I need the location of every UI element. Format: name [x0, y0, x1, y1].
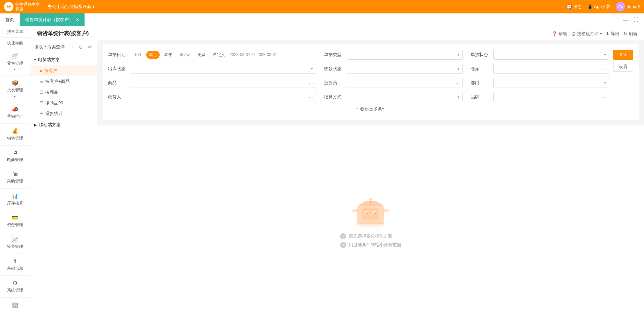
warehouse-dots-icon: ···: [602, 66, 606, 71]
sidebar-item-inventory[interactable]: 📊 库存核算: [0, 189, 30, 210]
scheme-item-by-customer-goods[interactable]: ☰ 按客户+商品: [30, 76, 97, 87]
goods-dots-icon: ···: [309, 80, 313, 86]
date-btn-last-7[interactable]: 近7天: [177, 51, 193, 59]
doc-status-select[interactable]: ▾: [493, 50, 609, 60]
refresh-button[interactable]: ↻ 刷新: [624, 31, 637, 37]
dropdown-arrow-icon[interactable]: ▾: [93, 5, 95, 9]
hint-row-1: ① 请先选择要分析的方案: [340, 233, 401, 239]
brand-filter-cell: 品牌 ···: [471, 92, 609, 102]
recipient-dots-icon: ···: [309, 94, 313, 100]
svg-rect-10: [383, 209, 389, 212]
scheme-add-button[interactable]: ＋: [69, 44, 75, 50]
tab-bar: 首页 销货单统计表（按客户） ✕ — ⛶: [0, 13, 644, 26]
tab-close-icon[interactable]: ✕: [76, 17, 79, 22]
sidebar-item-search[interactable]: 搜索菜单: [0, 26, 30, 38]
scheme-group-mobile-title[interactable]: ▶ 移动端方案: [30, 119, 97, 131]
filter-area: 单据日期 上月 本月 本年 近7天 更多 自定义: [97, 40, 644, 124]
user-menu[interactable]: Ea demo2: [616, 2, 640, 11]
scheme-settings-button[interactable]: ⊙: [77, 44, 84, 50]
recipient-select[interactable]: ···: [131, 92, 316, 102]
tab-sales-stat[interactable]: 销货单统计表（按客户） ✕: [20, 13, 85, 26]
payment-method-select[interactable]: ▾: [347, 92, 463, 102]
top-bar-left: 好 畅捷通好生意 标版 办公用品行业模拟账套 ▾: [4, 2, 95, 12]
scheme-item-by-goods[interactable]: ☰ 按商品: [30, 87, 97, 98]
main-layout: 搜索菜单 快捷导航 🛒 零售管理 ▾ 📦 批发管理 ▴ 📣 营销推广 💰 销售管…: [0, 26, 644, 310]
filter-content-wrap: 单据日期 上月 本月 本年 近7天 更多 自定义: [108, 50, 633, 103]
date-btn-custom[interactable]: 自定义: [210, 51, 228, 59]
sidebar-item-operations[interactable]: 📈 经营管理: [0, 232, 30, 254]
scheme-group-desktop-title[interactable]: ▾ 电脑端方案: [30, 54, 97, 65]
empty-illustration: [347, 188, 394, 228]
payment-status-select[interactable]: ▾: [347, 64, 463, 74]
sidebar-item-wholesale[interactable]: 📦 批发管理 ▴: [0, 75, 30, 102]
ship-status-filter-cell: 出库状态 ▾: [108, 64, 316, 74]
sidebar-item-ecommerce[interactable]: 🖥 电商管理: [0, 146, 30, 167]
doc-status-chevron-icon: ▾: [604, 53, 606, 57]
sidebar-item-basic[interactable]: ℹ 基础信息: [0, 254, 30, 276]
print-icon: 🖨: [571, 31, 576, 36]
staff-dots-icon: ···: [455, 80, 460, 86]
help-button[interactable]: ❓ 帮助: [552, 31, 567, 37]
purchase-icon: 🛍: [12, 171, 18, 177]
sidebar-item-retail[interactable]: 🛒 零售管理 ▾: [0, 49, 30, 75]
scheme-collapse-button[interactable]: ≪: [86, 44, 93, 50]
goods-select[interactable]: ···: [131, 78, 316, 88]
date-btn-more[interactable]: 更多: [195, 51, 208, 59]
warehouse-filter-cell: 仓库 ···: [471, 64, 609, 74]
content-area: 销货单统计表(按客户) ❓ 帮助 🖨 按模板打印 ▾ ⬇ 导出: [30, 26, 644, 310]
query-button[interactable]: 查询: [613, 50, 633, 60]
download-icon: 📱: [587, 4, 593, 9]
sidebar-item-purchase[interactable]: 🛍 采购管理: [0, 167, 30, 189]
filter-row-4: 收货人 ··· 结算方式: [108, 92, 609, 102]
print-button[interactable]: 🖨 按模板打印 ▾: [571, 31, 602, 37]
collapse-button[interactable]: ⌃ 收起更多条件: [108, 103, 633, 115]
settings-button[interactable]: 设置: [613, 62, 633, 72]
tab-home[interactable]: 首页: [0, 13, 20, 26]
ship-status-select[interactable]: ▾: [131, 64, 316, 74]
brand-dots-icon: ···: [602, 94, 606, 100]
refresh-icon: ↻: [624, 31, 627, 36]
filter-grid: 单据日期 上月 本月 本年 近7天 更多 自定义: [103, 44, 639, 120]
hint-num-2: ②: [340, 242, 346, 248]
return-stat-icon: ☰: [40, 111, 43, 116]
hint-row-2: ② 用过滤条件来缩小分析范围: [340, 242, 401, 248]
sidebar-item-enterprise[interactable]: 🏢 企业协同: [0, 298, 30, 310]
logo-text: 畅捷通好生意 标版: [15, 2, 40, 12]
warehouse-select[interactable]: ···: [493, 64, 609, 74]
date-btn-last-month[interactable]: 上月: [131, 51, 144, 59]
empty-content: ① 请先选择要分析的方案 ② 用过滤条件来缩小分析范围: [340, 188, 401, 248]
ship-status-chevron-icon: ▾: [311, 67, 313, 71]
doc-type-chevron-icon: ▾: [458, 53, 460, 57]
scheme-item-by-customer[interactable]: ● 按客户: [30, 65, 97, 76]
export-button[interactable]: ⬇ 导出: [606, 31, 620, 37]
page-title: 销货单统计表(按客户): [37, 30, 89, 37]
date-btn-this-month[interactable]: 本月: [146, 51, 160, 59]
scheme-item-return-stat[interactable]: ☰ 退货统计: [30, 108, 97, 119]
system-icon: ⚙: [13, 280, 17, 286]
scheme-item-by-goods-99[interactable]: ☰ 按商品99: [30, 98, 97, 108]
ecommerce-icon: 🖥: [12, 150, 18, 156]
sidebar-item-sales[interactable]: 💰 销售管理: [0, 124, 30, 146]
sidebar-item-marketing[interactable]: 📣 营销推广: [0, 102, 30, 124]
doc-type-filter-cell: 单据类型 ▾: [324, 50, 463, 60]
expand-icon: ▾: [14, 68, 16, 71]
scheme-header: 按以下方案查询 ＋ ⊙ ≪: [30, 40, 97, 54]
date-filter: 上月 本月 本年 近7天 更多 自定义 2023-03-01 至 2023-03…: [131, 51, 316, 59]
staff-select[interactable]: ···: [347, 78, 463, 88]
svg-rect-9: [352, 209, 358, 212]
brand-select[interactable]: ···: [493, 92, 609, 102]
dept-select[interactable]: ▾: [493, 78, 609, 88]
sidebar-item-finance[interactable]: 💳 资金管理: [0, 210, 30, 232]
sidebar-item-quick-nav[interactable]: 快捷导航: [0, 38, 30, 49]
app-download-button[interactable]: 📱 App下载: [587, 4, 610, 10]
empty-svg: [347, 188, 394, 228]
tab-maximize-button[interactable]: ⛶: [632, 16, 640, 24]
inventory-icon: 📊: [12, 193, 18, 199]
tab-minimize-button[interactable]: —: [621, 16, 629, 24]
date-btn-this-year[interactable]: 本年: [162, 51, 175, 59]
sidebar-item-system[interactable]: ⚙ 系统管理: [0, 276, 30, 298]
by-goods-icon: ☰: [40, 90, 43, 95]
message-button[interactable]: 💬 消息: [567, 4, 582, 10]
doc-type-select[interactable]: ▾: [347, 50, 463, 60]
app-title[interactable]: 办公用品行业模拟账套 ▾: [48, 4, 95, 10]
